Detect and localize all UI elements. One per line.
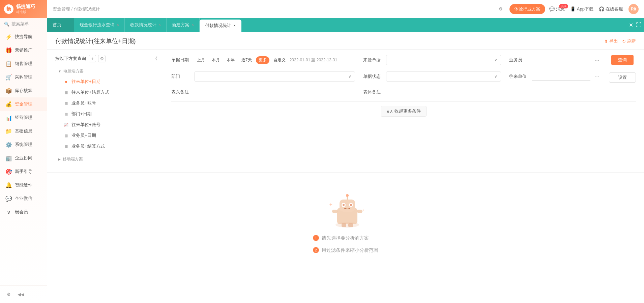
date-btn-last-month[interactable]: 上月 bbox=[194, 56, 208, 64]
tab-bank-flow-close[interactable]: × bbox=[117, 23, 119, 27]
svg-point-6 bbox=[350, 204, 352, 206]
sidebar-item-label: 畅会员 bbox=[15, 209, 28, 215]
message-btn[interactable]: 💬 消息 99+ bbox=[549, 6, 565, 12]
tab-new-scheme-close[interactable]: × bbox=[192, 23, 194, 27]
trial-button[interactable]: 体验行业方案 bbox=[509, 4, 545, 14]
enterprise-icon: 🏢 bbox=[5, 155, 12, 161]
filter-counterparty: 往来单位 ··· bbox=[509, 72, 601, 81]
query-button[interactable]: 查询 bbox=[611, 55, 634, 65]
scheme-item-staff-date[interactable]: ▦ 业务员+日期 bbox=[55, 130, 157, 141]
table-body-note-input[interactable] bbox=[386, 88, 501, 96]
scheme-item-unit-date[interactable]: ● 往来单位+日期 bbox=[55, 76, 157, 87]
filter-table-body-note: 表体备注 bbox=[363, 88, 501, 96]
wechat-icon: 💬 bbox=[5, 195, 12, 202]
sidebar-item-system[interactable]: ⚙️ 系统管理 bbox=[0, 138, 47, 151]
refresh-btn[interactable]: ↻ 刷新 bbox=[622, 38, 636, 44]
vip-icon: ∨ bbox=[5, 209, 12, 215]
sidebar-item-enterprise[interactable]: 🏢 企业协同 bbox=[0, 151, 47, 165]
tab-payment-stats-close[interactable]: × bbox=[233, 23, 236, 28]
staff-input[interactable] bbox=[532, 56, 590, 64]
filter-row-3: 表头备注 表体备注 bbox=[171, 88, 636, 96]
scheme-group-mobile-title[interactable]: ▶ 移动端方案 bbox=[55, 154, 157, 164]
sidebar-collapse-btn[interactable]: ◀◀ bbox=[16, 290, 26, 299]
date-btn-this-year[interactable]: 本年 bbox=[224, 56, 237, 64]
tab-receipts[interactable]: 收款情况统计 × bbox=[125, 18, 167, 32]
logo-text: 畅捷通巧 标准版 bbox=[16, 4, 35, 14]
tab-payment-stats[interactable]: 付款情况统计 × bbox=[200, 20, 241, 32]
breadcrumb-text: 资金管理 / 付款情况统计 bbox=[53, 6, 100, 12]
svg-point-8 bbox=[346, 194, 349, 197]
filter-source-bill: 来源单据 ∨ bbox=[363, 55, 501, 65]
sidebar-nav: ⚡ 快捷导航 🎁 营销推广 📋 销售管理 🛒 采购管理 📦 库存核算 💰 资金管… bbox=[0, 30, 47, 285]
scheme-item-unit-account[interactable]: 📈 往来单位+账号 bbox=[55, 119, 157, 130]
sidebar-item-marketing[interactable]: 🎁 营销推广 bbox=[0, 43, 47, 57]
sidebar-item-inventory[interactable]: 📦 库存核算 bbox=[0, 84, 47, 97]
page-actions: ⬆ 导出 ↻ 刷新 bbox=[604, 38, 636, 44]
scheme-item-label: 往来单位+日期 bbox=[71, 79, 100, 85]
settings-button[interactable]: 设置 bbox=[609, 72, 636, 83]
sidebar-item-label: 销售管理 bbox=[15, 61, 32, 67]
scheme-group-desktop-title[interactable]: ▼ 电脑端方案 bbox=[55, 66, 157, 76]
scheme-item-staff-pay[interactable]: ▦ 业务员+结算方式 bbox=[55, 141, 157, 152]
sidebar-item-wechat[interactable]: 💬 企业微信 bbox=[0, 192, 47, 205]
filter-row-1: 单据日期 上月 本月 本年 近7天 更多 自定义 2022-01-01 至 20… bbox=[171, 55, 636, 65]
base-info-icon: 📁 bbox=[5, 128, 12, 134]
tabs-maximize-btn[interactable]: ⛶ bbox=[636, 22, 641, 28]
counterparty-input[interactable] bbox=[532, 72, 590, 81]
quick-nav-icon: ⚡ bbox=[5, 33, 12, 40]
sidebar-settings-btn[interactable]: ⚙ bbox=[4, 290, 13, 299]
scheme-add-btn[interactable]: + bbox=[89, 55, 96, 62]
scheme-item-dept-date[interactable]: ▦ 部门+日期 bbox=[55, 109, 157, 119]
scheme-item-staff-account[interactable]: ▦ 业务员+账号 bbox=[55, 98, 157, 109]
sidebar-item-guide[interactable]: 🎯 新手引导 bbox=[0, 165, 47, 178]
unit-date-icon: ● bbox=[63, 79, 69, 84]
counterparty-dots-btn[interactable]: ··· bbox=[593, 73, 601, 80]
unit-payment-icon: ▦ bbox=[63, 90, 69, 95]
date-btn-custom[interactable]: 自定义 bbox=[271, 56, 288, 64]
tab-home[interactable]: 首页 bbox=[47, 18, 74, 32]
scheme-settings-btn[interactable]: ⚙ bbox=[98, 55, 106, 62]
scheme-collapse-btn[interactable]: 《 bbox=[153, 56, 157, 62]
tab-payment-stats-label: 付款情况统计 bbox=[205, 23, 231, 29]
sidebar-item-capital[interactable]: 💰 资金管理 bbox=[0, 97, 47, 111]
table-header-note-input[interactable] bbox=[194, 88, 355, 96]
scheme-item-unit-payment[interactable]: ▦ 往来单位+结算方式 bbox=[55, 87, 157, 98]
tab-receipts-close[interactable]: × bbox=[158, 23, 161, 27]
collapse-up-icon: ∧∧ bbox=[386, 109, 393, 114]
counterparty-label: 往来单位 bbox=[509, 73, 529, 80]
dept-select[interactable]: ∨ bbox=[194, 71, 355, 82]
sidebar-search[interactable]: 🔍 搜索菜单 bbox=[0, 18, 47, 30]
staff-dots-btn[interactable]: ··· bbox=[593, 57, 601, 64]
message-badge: 99+ bbox=[559, 4, 568, 8]
header-actions: 💬 消息 99+ 📱 App下载 🎧 在线客服 Rit bbox=[549, 4, 639, 14]
empty-state: ✦ ✦ 1 请先选择要分析的方案 2 用过滤条件来缩小分析范围 bbox=[47, 173, 644, 282]
tab-bank-flow[interactable]: 现金银行流水查询 × bbox=[74, 18, 125, 32]
header-settings-btn[interactable]: ⚙ bbox=[496, 4, 505, 14]
operations-icon: 📊 bbox=[5, 114, 12, 121]
bill-status-arrow-icon: ∨ bbox=[494, 74, 497, 79]
sidebar-item-operations[interactable]: 📊 经营管理 bbox=[0, 111, 47, 124]
sidebar-item-base-info[interactable]: 📁 基础信息 bbox=[0, 124, 47, 138]
guide-icon: 🎯 bbox=[5, 168, 12, 175]
avatar[interactable]: Rit bbox=[628, 4, 639, 14]
bill-status-select[interactable]: ∨ bbox=[386, 71, 501, 82]
expand-arrow-icon: ▶ bbox=[58, 157, 61, 161]
date-btn-7days[interactable]: 近7天 bbox=[239, 56, 255, 64]
tab-new-scheme[interactable]: 新建方案 × bbox=[167, 18, 200, 32]
app-download-btn[interactable]: 📱 App下载 bbox=[570, 6, 593, 12]
tabs-controls: ✕ ⛶ bbox=[626, 18, 644, 32]
sidebar-item-sales[interactable]: 📋 销售管理 bbox=[0, 57, 47, 70]
content-area: 按以下方案查询 + ⚙ 《 ▼ 电脑端方案 ● 往来单位+日期 bbox=[47, 50, 644, 172]
export-btn[interactable]: ⬆ 导出 bbox=[604, 38, 618, 44]
source-bill-select[interactable]: ∨ bbox=[386, 55, 501, 65]
date-btn-this-month[interactable]: 本月 bbox=[209, 56, 223, 64]
sidebar-item-quick-nav[interactable]: ⚡ 快捷导航 bbox=[0, 30, 47, 43]
date-btn-more[interactable]: 更多 bbox=[256, 56, 269, 64]
tabs-close-btn[interactable]: ✕ bbox=[629, 22, 633, 28]
sidebar-item-purchase[interactable]: 🛒 采购管理 bbox=[0, 70, 47, 84]
sidebar-item-hardware[interactable]: 🔔 智能硬件 bbox=[0, 178, 47, 192]
sidebar-item-vip[interactable]: ∨ 畅会员 bbox=[0, 205, 47, 219]
online-service-btn[interactable]: 🎧 在线客服 bbox=[599, 6, 623, 12]
search-icon: 🔍 bbox=[4, 22, 9, 27]
collapse-more-btn[interactable]: ∧∧ 收起更多条件 bbox=[381, 106, 427, 117]
